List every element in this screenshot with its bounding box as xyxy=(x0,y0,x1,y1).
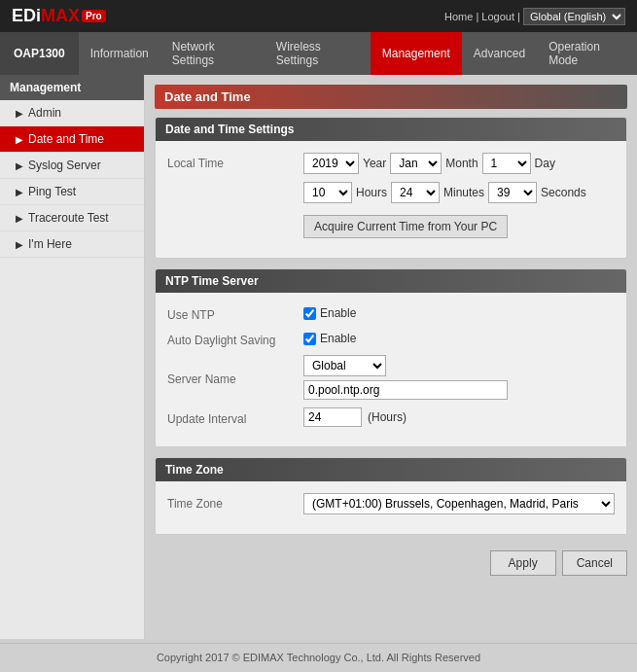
acquire-time-button[interactable]: Acquire Current Time from Your PC xyxy=(303,215,508,238)
update-interval-control: (Hours) xyxy=(303,407,407,427)
nav-item-information[interactable]: Information xyxy=(79,32,160,75)
timezone-row: Time Zone (GMT-12:00) International Date… xyxy=(167,493,615,514)
logo-text: EDiMAX xyxy=(12,6,80,26)
ntp-section-body: Use NTP Enable Auto Daylight Saving Enab… xyxy=(156,293,626,446)
home-link[interactable]: Home xyxy=(444,11,473,22)
use-ntp-enable-label: Enable xyxy=(320,306,356,320)
sidebar-item-admin[interactable]: ▶ Admin xyxy=(0,100,144,126)
arrow-icon-active: ▶ xyxy=(16,134,23,145)
timezone-select[interactable]: (GMT-12:00) International Date Line West… xyxy=(303,493,615,514)
timezone-section-header: Time Zone xyxy=(156,458,626,481)
nav-item-advanced[interactable]: Advanced xyxy=(462,32,537,75)
use-ntp-row: Use NTP Enable xyxy=(167,304,615,322)
logo-area: EDiMAX Pro xyxy=(12,6,106,26)
update-interval-label: Update Interval xyxy=(167,408,303,426)
update-interval-input[interactable] xyxy=(303,407,362,427)
arrow-icon-syslog: ▶ xyxy=(16,160,23,171)
use-ntp-label: Use NTP xyxy=(167,304,303,322)
nav-item-operation-mode[interactable]: Operation Mode xyxy=(537,32,637,75)
auto-daylight-label: Auto Daylight Saving xyxy=(167,330,303,347)
timezone-section-box: Time Zone Time Zone (GMT-12:00) Internat… xyxy=(155,457,627,535)
timezone-label: Time Zone xyxy=(167,497,303,511)
date-controls-row1: 2019202020212022 Year JanFebMarApr MayJu… xyxy=(303,153,555,174)
navbar: OAP1300 Information Network Settings Wir… xyxy=(0,32,637,75)
date-time-section-header: Date and Time Settings xyxy=(156,118,626,141)
auto-daylight-enable-label: Enable xyxy=(320,332,356,345)
timezone-section-body: Time Zone (GMT-12:00) International Date… xyxy=(156,481,626,534)
date-controls-row2: 100123 45678 911121314 1516171819 202122… xyxy=(303,182,586,203)
arrow-icon-ping: ▶ xyxy=(16,187,23,197)
year-select[interactable]: 2019202020212022 xyxy=(303,153,359,174)
sidebar-item-ping[interactable]: ▶ Ping Test xyxy=(0,179,144,205)
local-time-row2: 100123 45678 911121314 1516171819 202122… xyxy=(167,182,615,203)
footer-text: Copyright 2017 © EDIMAX Technology Co., … xyxy=(157,652,480,663)
content: Date and Time Date and Time Settings Loc… xyxy=(145,75,637,639)
logo-pro: Pro xyxy=(82,10,106,22)
month-label: Month xyxy=(445,157,478,170)
sidebar-title: Management xyxy=(0,75,144,100)
sidebar-item-traceroute-label: Traceroute Test xyxy=(28,211,109,225)
server-name-input[interactable] xyxy=(303,380,508,400)
sidebar-item-ping-label: Ping Test xyxy=(28,185,76,198)
month-select[interactable]: JanFebMarApr MayJunJulAug SepOctNovDec xyxy=(390,153,442,174)
use-ntp-checkbox[interactable] xyxy=(303,307,316,320)
date-time-settings-box: Date and Time Settings Local Time 201920… xyxy=(155,117,627,259)
logout-link[interactable]: Logout xyxy=(481,11,514,22)
header: EDiMAX Pro Home | Logout | Global (Engli… xyxy=(0,0,637,32)
update-interval-row: Update Interval (Hours) xyxy=(167,407,615,427)
cancel-button[interactable]: Cancel xyxy=(562,550,627,576)
server-name-controls: Global Custom xyxy=(303,355,508,400)
sidebar-item-im-here[interactable]: ▶ I'm Here xyxy=(0,231,144,258)
server-name-dropdown[interactable]: Global Custom xyxy=(303,355,386,376)
ntp-section-box: NTP Time Server Use NTP Enable Auto Dayl… xyxy=(155,268,627,447)
date-time-section-body: Local Time 2019202020212022 Year JanFebM… xyxy=(156,141,626,258)
arrow-icon: ▶ xyxy=(16,108,23,119)
hours-unit-label: (Hours) xyxy=(368,410,407,424)
use-ntp-control: Enable xyxy=(303,306,356,320)
device-label: OAP1300 xyxy=(0,32,79,75)
sidebar: Management ▶ Admin ▶ Date and Time ▶ Sys… xyxy=(0,75,145,639)
main-layout: Management ▶ Admin ▶ Date and Time ▶ Sys… xyxy=(0,75,637,639)
header-links: Home | Logout | Global (English) xyxy=(444,8,625,25)
sidebar-item-syslog[interactable]: ▶ Syslog Server xyxy=(0,153,144,179)
server-name-row: Server Name Global Custom xyxy=(167,355,615,400)
hours-label: Hours xyxy=(356,186,387,199)
seconds-label: Seconds xyxy=(541,186,586,199)
page-title: Date and Time xyxy=(155,85,627,109)
sidebar-item-admin-label: Admin xyxy=(28,106,61,120)
arrow-icon-imhere: ▶ xyxy=(16,239,23,250)
server-name-label: Server Name xyxy=(167,369,303,386)
nav-item-network-settings[interactable]: Network Settings xyxy=(160,32,265,75)
sidebar-item-traceroute[interactable]: ▶ Traceroute Test xyxy=(0,205,144,231)
nav-items: Information Network Settings Wireless Se… xyxy=(79,32,637,75)
nav-item-wireless-settings[interactable]: Wireless Settings xyxy=(265,32,371,75)
day-select[interactable]: 12345 678910 1112131415 1617181920 21222… xyxy=(482,153,531,174)
sidebar-item-imhere-label: I'm Here xyxy=(28,237,72,251)
auto-daylight-control: Enable xyxy=(303,332,356,345)
nav-item-management[interactable]: Management xyxy=(371,32,462,75)
ntp-section-header: NTP Time Server xyxy=(156,269,626,293)
arrow-icon-traceroute: ▶ xyxy=(16,213,23,224)
acquire-row: Acquire Current Time from Your PC xyxy=(167,211,615,238)
day-label: Day xyxy=(535,157,555,170)
local-time-label: Local Time xyxy=(167,157,303,170)
auto-daylight-checkbox[interactable] xyxy=(303,333,316,345)
year-label: Year xyxy=(363,157,386,170)
sidebar-item-date-and-time[interactable]: ▶ Date and Time xyxy=(0,126,144,153)
sidebar-item-syslog-label: Syslog Server xyxy=(28,159,101,172)
minutes-label: Minutes xyxy=(443,186,484,199)
language-select[interactable]: Global (English) xyxy=(523,8,625,25)
seconds-select[interactable]: 39000102 xyxy=(488,182,537,203)
hour-select[interactable]: 100123 45678 911121314 1516171819 202122… xyxy=(303,182,352,203)
minutes-select[interactable]: 2400010203 0405060708 0910 xyxy=(391,182,440,203)
auto-daylight-row: Auto Daylight Saving Enable xyxy=(167,330,615,347)
footer: Copyright 2017 © EDIMAX Technology Co., … xyxy=(0,643,637,671)
local-time-row1: Local Time 2019202020212022 Year JanFebM… xyxy=(167,153,615,174)
action-buttons: Apply Cancel xyxy=(155,545,627,582)
sidebar-item-date-label: Date and Time xyxy=(28,132,104,146)
apply-button[interactable]: Apply xyxy=(490,550,556,576)
